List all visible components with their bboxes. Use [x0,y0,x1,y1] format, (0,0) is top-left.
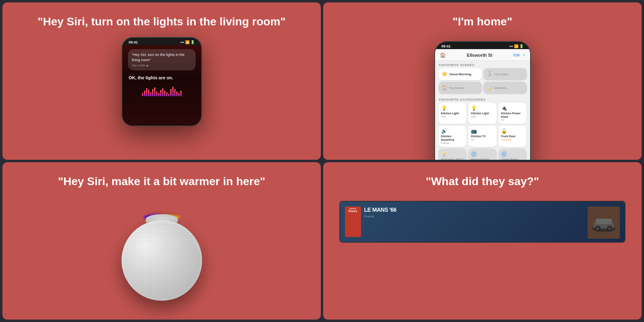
kitchen-light-2-name: Kitchen Light [471,112,494,115]
iphone-home-mockup: 09:41 ▪▪▪ 📶 🔋 🏠 Ellsworth St Edit + Favo… [434,41,531,160]
wave-bar [170,89,171,96]
svg-rect-3 [596,219,612,224]
wave-bar [158,93,159,96]
movie-subtitle: Drama [364,215,585,218]
siri-query-text: "Hey Siri, turn on the lights in the liv… [132,52,192,62]
kitchen-tv-icon: 📺 [471,128,494,134]
wave-bar [172,87,173,96]
home-time-display: 09:41 [442,44,451,48]
wave-bar [150,92,151,96]
homepod-body [122,220,202,301]
kitchen-light-2-status: 20% [471,116,494,118]
scene-good-morning[interactable]: ☀️ Good Morning [438,68,482,80]
scene-im-leaving[interactable]: 🏃 I'm Leav... [483,68,527,80]
im-leaving-label: I'm Leav... [495,72,510,76]
kitchen-light-2-icon: 💡 [471,105,494,111]
signal-icon: ▪▪▪ [180,40,184,44]
home-status-bar: 09:41 ▪▪▪ 📶 🔋 [435,42,530,49]
im-leaving-icon: 🏃 [487,71,493,77]
panel-what-did-they-say: "What did they say?" movies iTunes LE MA… [323,162,642,320]
iphone-mockup-siri: 09:41 ▪▪▪ 📶 🔋 "Hey Siri, turn on the lig… [122,37,202,126]
status-icons: ▪▪▪ 📶 🔋 [180,40,195,44]
homepod-name: Kitchen HomePod [441,135,464,142]
movies-badge: movies iTunes [345,206,361,237]
scenes-section-label: Favourite Scenes [435,61,530,68]
bedroom-fan-icon: 🌀 [471,151,494,157]
accessory-front-door[interactable]: 🔓 Front Door Unlocked [498,126,527,147]
front-door-icon: 🔓 [501,128,524,134]
accessory-bedroom-fan[interactable]: 🌀 Bedroom Fan Off [468,149,497,160]
home-location: Ellsworth St [467,53,493,58]
panel-siri-lights: "Hey Siri, turn on the lights in the liv… [2,2,321,160]
wave-bar [154,87,155,96]
living-room-fan-name: Living Room Fan [501,158,524,160]
kitchen-light-1-name: Kitchen Light [441,112,464,115]
tv-mockup: movies iTunes LE MANS '66 Drama [339,201,626,243]
panel-im-home: "I'm home" 09:41 ▪▪▪ 📶 🔋 🏠 Ellsworth St … [323,2,642,160]
panel1-title: "Hey Siri, turn on the lights in the liv… [21,14,301,29]
wave-bar [142,93,143,96]
wave-bar [162,88,163,96]
wave-bar [174,89,175,96]
wave-bar [168,94,169,96]
kitchen-tv-status: On [471,138,494,141]
accessory-kitchen-homepod[interactable]: 🔊 Kitchen HomePod Playing [438,126,467,147]
siri-query-bubble: "Hey Siri, turn on the lights in the liv… [128,49,196,70]
svg-point-6 [596,227,599,230]
bedroom-light-icon: 💡 [441,151,464,157]
wifi-icon: 📶 [514,44,518,48]
panel4-title: "What did they say?" [410,174,555,189]
homepod-container [2,193,321,320]
add-button[interactable]: + [523,53,525,57]
accessory-kitchen-light-2[interactable]: 💡 Kitchen Light 20% [468,103,497,124]
wifi-icon: 📶 [185,40,190,44]
accessory-kitchen-tv[interactable]: 📺 Kitchen TV On [468,126,497,147]
status-bar: 09:41 ▪▪▪ 📶 🔋 [122,38,201,45]
power-point-status: On [501,119,524,121]
movies-label: movies [349,207,356,210]
living-room-fan-icon: 🌀 [501,151,524,157]
tap-to-edit[interactable]: Tap to Edit ▶ [132,64,192,67]
wave-bar [180,91,182,96]
edit-button[interactable]: Edit [514,53,520,57]
good-morning-label: Good Morning [450,72,472,76]
home-app-screen: 🏠 Ellsworth St Edit + Favourite Scenes ☀… [435,49,530,160]
home-status-icons: ▪▪▪ 📶 🔋 [509,44,524,48]
tv-screen: movies iTunes LE MANS '66 Drama [339,201,626,243]
homepod-status: Playing [441,142,464,144]
accessory-kitchen-power-point[interactable]: 🔌 Kitchen Power Point On [498,103,527,124]
wave-bar [152,89,153,96]
goodnight-icon: 🌙 [487,85,493,91]
scene-im-home[interactable]: 🏠 I'm Home [438,82,482,94]
wave-bar [178,93,180,96]
accessory-living-room-fan[interactable]: 🌀 Living Room Fan On [498,149,527,160]
battery-icon: 🔋 [519,44,524,48]
panel3-title: "Hey Siri, make it a bit warmer in here" [42,174,281,189]
itunes-label: iTunes [349,210,357,213]
wave-bar [156,91,157,96]
homepod-mesh [122,220,202,301]
accessories-section-label: Favourite Accessories [435,95,530,103]
wave-bar [166,92,167,96]
home-nav-actions: Edit + [514,53,525,57]
accessory-kitchen-light-1[interactable]: 💡 Kitchen Light 70% [438,103,467,124]
car-svg [588,206,620,239]
good-morning-icon: ☀️ [442,71,448,77]
time-display: 09:41 [129,40,138,44]
edit-icon: ▶ [147,64,149,67]
tv-content: movies iTunes LE MANS '66 Drama [340,202,625,242]
bedroom-fan-name: Bedroom Fan [471,158,494,160]
scene-goodnight[interactable]: 🌙 Goodni... [483,82,527,94]
signal-icon: ▪▪▪ [509,44,513,48]
homepod-icon: 🔊 [441,128,464,134]
power-point-icon: 🔌 [501,105,524,111]
accessory-bedroom-light[interactable]: 💡 Bedroom Light 2 Off [438,149,467,160]
wave-bar [146,88,147,96]
power-point-name: Kitchen Power Point [501,112,524,119]
im-home-label: I'm Home [450,86,464,90]
home-nav-bar: 🏠 Ellsworth St Edit + [435,49,530,61]
panel2-title: "I'm home" [436,14,528,29]
svg-point-7 [608,227,611,230]
siri-response-text: OK, the lights are on. [128,74,196,82]
accessories-grid: 💡 Kitchen Light 70% 💡 Kitchen Light 20% … [435,103,530,160]
